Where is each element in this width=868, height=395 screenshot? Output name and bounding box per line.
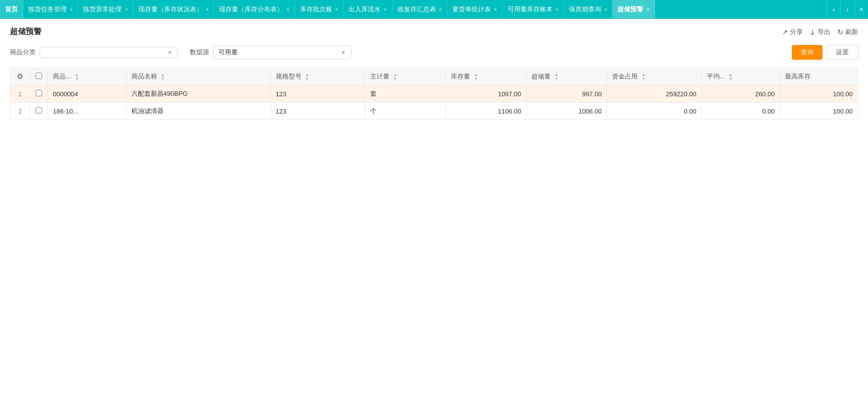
chevron-down-icon: ▼ [167, 49, 173, 55]
refresh-action[interactable]: ↻ 刷新 [837, 28, 858, 37]
nav-close-btn[interactable]: × [854, 0, 868, 19]
nav-tab-tab6[interactable]: 出入库流水× [344, 0, 392, 19]
export-icon: ⤓ [810, 28, 816, 36]
th-capital[interactable]: 资金占用 ▲▼ [607, 68, 701, 85]
nav-tab-close[interactable]: × [384, 6, 387, 12]
cell-avg: 0.00 [701, 103, 780, 120]
nav-tab-close[interactable]: × [439, 6, 442, 12]
nav-tab-close[interactable]: × [646, 6, 649, 12]
row-check[interactable] [30, 103, 48, 120]
share-action[interactable]: ↗ 分享 [782, 28, 803, 37]
row-checkbox[interactable] [36, 90, 42, 96]
query-button[interactable]: 查询 [792, 45, 823, 60]
share-icon: ↗ [782, 28, 788, 36]
cell-max-stock: 100.00 [780, 103, 858, 120]
nav-tab-label: 现存量（库存分布表） [219, 5, 283, 14]
sort-icon-stock: ▲▼ [474, 73, 478, 81]
cell-stock: 1097.00 [446, 85, 526, 103]
nav-tab-label: 拣货任务管理 [28, 5, 67, 14]
nav-tab-tab9[interactable]: 可用量库存账本× [503, 0, 564, 19]
nav-tab-tab7[interactable]: 收发存汇总表× [392, 0, 447, 19]
filter-product-category-label: 商品分类 [10, 48, 36, 57]
cell-max-stock: 100.00 [780, 85, 858, 103]
cell-unit: 个 [365, 103, 445, 120]
th-stock-label: 库存量 [451, 73, 470, 80]
row-check[interactable] [30, 85, 48, 103]
nav-tab-tab5[interactable]: 库存批次账× [295, 0, 344, 19]
page-actions: ↗ 分享 ⤓ 导出 ↻ 刷新 [782, 28, 858, 37]
th-product-code[interactable]: 商品... ▲▼ [48, 68, 127, 85]
sort-icon-product-name: ▲▼ [161, 73, 165, 81]
nav-home[interactable]: 首页 [0, 0, 23, 19]
nav-tab-close[interactable]: × [494, 6, 497, 12]
th-check[interactable] [30, 68, 48, 85]
cell-stock: 1106.00 [446, 103, 526, 120]
nav-arrow-right[interactable]: › [840, 0, 854, 19]
nav-tab-tab11[interactable]: 超储预警× [612, 0, 654, 19]
row-checkbox[interactable] [36, 107, 42, 114]
nav-home-label: 首页 [5, 5, 18, 14]
page-content: 超储预警 ↗ 分享 ⤓ 导出 ↻ 刷新 商品分类 ▼ 数据源 [0, 19, 868, 395]
top-nav: 首页 拣货任务管理×拣货异常处理×现存量（库存状况表）×现存量（库存分布表）×库… [0, 0, 868, 19]
sort-icon-spec: ▲▼ [305, 73, 309, 81]
th-stock[interactable]: 库存量 ▲▼ [446, 68, 526, 85]
nav-arrow-left[interactable]: ‹ [826, 0, 840, 19]
export-action[interactable]: ⤓ 导出 [810, 28, 830, 37]
nav-tab-label: 保质期查询 [569, 5, 601, 14]
select-all-checkbox[interactable] [36, 73, 42, 79]
data-source-select[interactable]: 可用量 ▼ [213, 45, 351, 59]
nav-tab-close[interactable]: × [604, 6, 607, 12]
table-row: 1 0000004 六配套新昌490BPG 123 套 1097.00 997.… [10, 85, 858, 103]
cell-capital: 259220.00 [607, 85, 701, 103]
settings-button[interactable]: 设置 [826, 45, 858, 60]
refresh-label: 刷新 [845, 28, 858, 37]
nav-tab-close[interactable]: × [286, 6, 289, 12]
nav-tab-label: 超储预警 [617, 5, 643, 14]
filter-buttons: 查询 设置 [792, 45, 858, 60]
th-spec[interactable]: 规格型号 ▲▼ [270, 68, 365, 85]
nav-tab-tab2[interactable]: 拣货异常处理× [78, 0, 133, 19]
nav-arrows: ‹ › × [826, 0, 868, 19]
nav-tab-label: 库存批次账 [300, 5, 332, 14]
sort-icon-product-code: ▲▼ [75, 73, 79, 81]
nav-tab-tab3[interactable]: 现存量（库存状况表）× [133, 0, 214, 19]
nav-tab-label: 可用量库存账本 [508, 5, 553, 14]
cell-product-name: 六配套新昌490BPG [126, 85, 270, 103]
nav-tab-tab8[interactable]: 要货单统计表× [447, 0, 502, 19]
cell-avg: 260.00 [701, 85, 780, 103]
th-avg[interactable]: 平均... ▲▼ [701, 68, 780, 85]
product-category-select[interactable]: ▼ [40, 47, 178, 58]
th-settings[interactable]: ⚙ [10, 68, 30, 85]
sort-icon-avg: ▲▼ [729, 73, 733, 81]
cell-product-code: 0000004 [48, 85, 127, 103]
page-title: 超储预警 [10, 27, 42, 37]
nav-tab-close[interactable]: × [335, 6, 338, 12]
nav-tab-label: 出入库流水 [348, 5, 381, 14]
gear-icon[interactable]: ⚙ [17, 72, 23, 80]
cell-overstock: 997.00 [526, 85, 607, 103]
chevron-down-icon2: ▼ [341, 49, 346, 55]
data-table: ⚙ 商品... ▲▼ 商品名称 ▲▼ 规格型号 ▲▼ 主计 [10, 68, 858, 120]
nav-tab-close[interactable]: × [70, 6, 73, 12]
th-unit[interactable]: 主计量 ▲▼ [365, 68, 445, 85]
th-max-stock[interactable]: 最高库存 [780, 68, 858, 85]
th-max-stock-label: 最高库存 [785, 73, 811, 80]
th-unit-label: 主计量 [370, 73, 390, 80]
th-overstock-label: 超储量 [531, 73, 551, 80]
cell-product-name: 机油滤清器 [126, 103, 270, 120]
nav-tab-close[interactable]: × [206, 6, 209, 12]
cell-overstock: 1006.00 [526, 103, 607, 120]
nav-tab-close[interactable]: × [556, 6, 559, 12]
nav-tab-tab10[interactable]: 保质期查询× [564, 0, 612, 19]
th-product-name[interactable]: 商品名称 ▲▼ [126, 68, 270, 85]
th-overstock[interactable]: 超储量 ▲▼ [526, 68, 607, 85]
th-product-code-label: 商品... [53, 73, 71, 80]
nav-tab-close[interactable]: × [125, 6, 128, 12]
nav-tab-label: 要货单统计表 [452, 5, 491, 14]
nav-tab-tab1[interactable]: 拣货任务管理× [23, 0, 78, 19]
data-source-value: 可用量 [218, 48, 238, 57]
row-num: 1 [10, 85, 30, 103]
nav-tab-tab4[interactable]: 现存量（库存分布表）× [214, 0, 295, 19]
filter-product-category: 商品分类 ▼ [10, 47, 178, 58]
export-label: 导出 [818, 28, 830, 37]
